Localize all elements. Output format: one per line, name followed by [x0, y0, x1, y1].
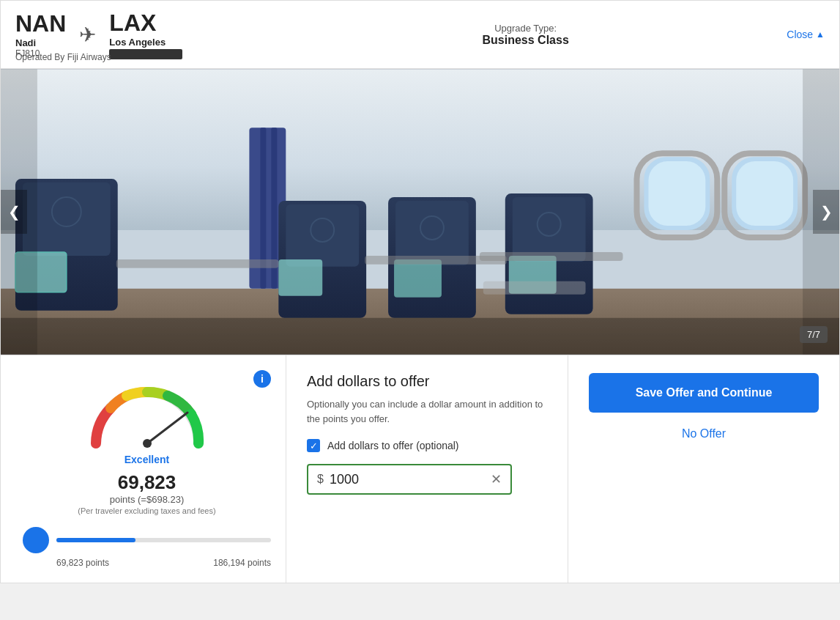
slider-row [23, 527, 271, 553]
upgrade-value: Business Class [264, 34, 787, 47]
dollar-input-row: $ ✕ [307, 464, 512, 495]
no-offer-button[interactable]: No Offer [682, 427, 726, 440]
svg-rect-32 [483, 281, 586, 295]
plane-icon: ✈ [73, 23, 102, 47]
add-dollars-checkbox[interactable]: ✓ [307, 439, 320, 452]
svg-rect-10 [736, 161, 793, 226]
svg-rect-29 [116, 259, 279, 268]
svg-rect-7 [648, 161, 705, 226]
slider-labels: 69,823 points 186,194 points [23, 558, 271, 568]
to-code: LAX [109, 10, 182, 37]
points-dollar: points (=$698.23) [110, 494, 185, 505]
svg-rect-20 [278, 259, 322, 296]
slider-track[interactable] [56, 538, 271, 542]
slider-fill [56, 538, 135, 542]
checkbox-label: Add dollars to offer (optional) [327, 440, 459, 451]
image-nav-left[interactable]: ❮ [1, 190, 27, 234]
upgrade-label: Upgrade Type: [264, 23, 787, 34]
svg-rect-22 [395, 201, 469, 265]
to-name: Los Angeles [109, 37, 182, 48]
points-value: 69,823 [118, 471, 176, 494]
main-card: NAN Nadi FJ810 ✈ LAX Los Angeles Upgrade… [0, 0, 840, 583]
from-code: NAN [15, 10, 66, 37]
gauge-svg [81, 377, 213, 451]
svg-line-36 [147, 413, 187, 443]
close-button[interactable]: Close ▲ [787, 29, 825, 40]
svg-rect-18 [286, 204, 359, 267]
slider-max-label: 186,194 points [213, 558, 271, 568]
middle-panel: Add dollars to offer Optionally you can … [286, 355, 568, 583]
passenger-name-bar [109, 49, 182, 59]
clear-input-icon[interactable]: ✕ [491, 471, 502, 487]
operated-by: Operated By Fiji Airways [15, 52, 111, 62]
svg-rect-31 [480, 252, 623, 261]
checkbox-row: ✓ Add dollars to offer (optional) [307, 439, 547, 452]
airport-to: LAX Los Angeles [109, 10, 182, 59]
image-counter: 7/7 [800, 326, 828, 343]
points-note: (Per traveler excluding taxes and fees) [78, 506, 215, 515]
upgrade-type: Upgrade Type: Business Class [220, 23, 787, 47]
svg-rect-26 [513, 197, 586, 262]
image-nav-right[interactable]: ❯ [813, 190, 839, 234]
bottom-section: i [1, 355, 839, 583]
header: NAN Nadi FJ810 ✈ LAX Los Angeles Upgrade… [1, 1, 839, 69]
slider-thumb[interactable] [23, 527, 49, 553]
dollar-amount-input[interactable] [330, 472, 491, 487]
gauge-container [81, 377, 213, 451]
svg-rect-24 [394, 259, 442, 298]
add-dollars-desc: Optionally you can include a dollar amou… [307, 397, 547, 426]
cabin-image-container: ❮ ❯ 7/7 [1, 69, 839, 355]
svg-point-37 [143, 439, 152, 448]
close-arrow-icon: ▲ [816, 29, 825, 40]
dollar-sign: $ [317, 473, 324, 486]
cabin-image-svg [1, 69, 839, 355]
gauge-label: Excellent [124, 454, 169, 465]
checkbox-check-icon: ✓ [310, 440, 318, 451]
svg-rect-35 [1, 318, 839, 355]
close-label: Close [787, 29, 813, 40]
save-offer-button[interactable]: Save Offer and Continue [589, 373, 819, 413]
info-icon[interactable]: i [253, 370, 271, 388]
right-panel: Save Offer and Continue No Offer [568, 355, 839, 583]
add-dollars-title: Add dollars to offer [307, 373, 547, 390]
from-name: Nadi [15, 37, 66, 48]
left-panel: i [1, 355, 286, 583]
slider-min-label: 69,823 points [56, 558, 109, 568]
